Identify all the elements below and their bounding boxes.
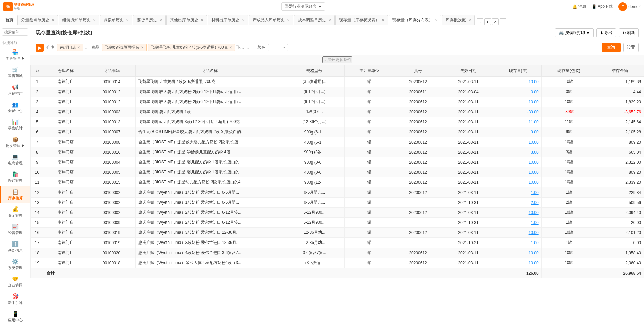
product-more-dots[interactable]: … — [245, 45, 249, 50]
tab-split[interactable]: 分量盘点单历史 ✕ — [17, 15, 58, 25]
row-unit: 罐 — [345, 157, 394, 167]
tab-prev-btn[interactable]: ‹ — [477, 18, 483, 25]
close-icon[interactable]: ✕ — [229, 46, 232, 49]
sidebar-item-guide[interactable]: 🎯 新手引导 — [0, 290, 30, 308]
product-tag-2: 飞鹤星飞帆 儿童奶粉 4段(3-6岁适用) 700克 ✕ — [148, 44, 235, 51]
industry-selector[interactable]: 母婴行业演示账套 ▼ — [281, 2, 325, 11]
filter-expand-btn[interactable]: ▶ — [36, 44, 44, 52]
sidebar-item-inventory[interactable]: 📋 库存核算 — [0, 186, 30, 203]
row-unit: 罐 — [345, 127, 394, 137]
tab-other-out[interactable]: 其他出库单历史 ✕ — [166, 15, 207, 25]
tab-home[interactable]: 首页 — [2, 15, 17, 25]
export-btn[interactable]: ⬇ 导出 — [596, 28, 616, 37]
print-btn[interactable]: 🖨️ 按模板打印 ▼ — [555, 28, 594, 37]
close-icon[interactable]: ✕ — [93, 18, 96, 22]
sidebar-item-enterprise[interactable]: 🤝 企业协同 — [0, 273, 30, 290]
expand-more-bar: ⌄ 展开更多条件 — [30, 55, 644, 65]
tab-cost-adjust[interactable]: 成本调整单历史 ✕ — [294, 15, 335, 25]
row-batch: 20200612 — [394, 228, 442, 238]
search-input[interactable] — [2, 28, 28, 36]
close-icon[interactable]: ✕ — [328, 18, 331, 22]
row-name: 惠氏启赋（Wyeth illuma）3段奶粉 爱尔兰进口 12-36月... — [135, 238, 284, 248]
close-icon[interactable]: ✕ — [201, 18, 203, 22]
sidebar-item-ecommerce[interactable]: 💻 电商管理 — [0, 151, 30, 168]
tab-requisition[interactable]: 要货单历史 ✕ — [133, 15, 166, 25]
close-icon[interactable]: ✕ — [435, 18, 438, 22]
close-icon[interactable]: ✕ — [77, 46, 80, 49]
row-expire: 2021-03-11 — [442, 147, 495, 157]
sidebar-item-apps[interactable]: 📱 应用中心 — [0, 308, 30, 322]
tab-stock-dist[interactable]: 现存量（库存分布表） ✕ — [389, 15, 441, 25]
row-warehouse: 南岸门店 — [44, 147, 88, 157]
row-code: 00100012 — [88, 97, 136, 107]
sidebar-item-wholesale[interactable]: 📦 批发管理 ▶ — [0, 133, 30, 151]
row-warehouse: 南岸门店 — [44, 127, 88, 137]
message-btn[interactable]: 🔔 消息 — [572, 4, 586, 9]
row-warehouse: 南岸门店 — [44, 137, 88, 147]
tab-stock-status[interactable]: 现存量（库存状况表） ✕ — [335, 15, 388, 25]
close-icon[interactable]: ✕ — [468, 18, 471, 22]
close-icon[interactable]: ✕ — [242, 18, 245, 22]
row-no: 17 — [31, 238, 44, 248]
row-batch: 20200612 — [394, 157, 442, 167]
search-btn[interactable]: 查询 — [602, 43, 621, 52]
row-no: 6 — [31, 127, 44, 137]
tab-close-btn[interactable]: ✕ — [492, 18, 499, 25]
warehouse-tags: 南岸门店 ✕ … — [57, 44, 89, 51]
row-amount: 4.44 — [596, 87, 644, 97]
sidebar-item-operations[interactable]: 📈 经营管理 — [0, 221, 30, 238]
tab-batch-ledger[interactable]: 库存批次账 ✕ — [442, 15, 475, 25]
row-no: 5 — [31, 117, 44, 127]
close-icon[interactable]: ✕ — [382, 18, 384, 22]
refresh-btn[interactable]: ↻ 刷新 — [619, 28, 639, 37]
finance-icon: 💰 — [3, 206, 28, 212]
row-spec: 900g (3岁... — [284, 147, 345, 157]
brand-label: 标版 — [14, 7, 34, 10]
stock-table: ⚙ 仓库名称 商品编码 商品名称 规格型号 主计量单位 批号 失效日期 现存量(… — [30, 65, 644, 278]
close-icon[interactable]: ✕ — [126, 18, 129, 22]
row-amount: 509.56 — [596, 198, 644, 208]
settings-icon[interactable]: ⚙ — [35, 69, 39, 73]
tab-product-in[interactable]: 产成品入库单历史 ✕ — [249, 15, 293, 25]
app-download-btn[interactable]: 📱 App下载 — [592, 4, 613, 9]
warehouse-more[interactable]: … — [85, 45, 89, 50]
row-batch: 20200612 — [394, 187, 442, 198]
tab-next-btn[interactable]: › — [484, 18, 491, 25]
sidebar-item-mall[interactable]: 🛒 零售商城 — [0, 64, 30, 81]
close-icon[interactable]: ✕ — [141, 46, 144, 49]
setting-btn[interactable]: 设置 — [623, 43, 639, 52]
sidebar-item-basic[interactable]: ℹ️ 基础信息 — [0, 238, 30, 256]
tab-dismantle[interactable]: 组装拆卸单历史 ✕ — [59, 15, 99, 25]
warehouse-filter-label: 仓库 — [46, 45, 54, 50]
expand-more-btn[interactable]: ⌄ 展开更多条件 — [322, 56, 352, 63]
row-amount: 809.20 — [596, 167, 644, 177]
tab-menu-btn[interactable]: ⊟ — [500, 18, 506, 25]
row-spec: 6-12月900... — [284, 218, 345, 228]
row-name: 惠氏启赋（Wyeth illuma）2段奶粉 爱尔兰进口 6-12月较... — [135, 208, 284, 218]
close-icon[interactable]: ✕ — [52, 18, 54, 22]
sidebar-item-finance[interactable]: 💰 资金管理 — [0, 203, 30, 221]
user-area[interactable]: E demo2 — [618, 2, 641, 11]
sidebar-item-marketing[interactable]: 📢 营销推广 — [0, 81, 30, 99]
close-icon[interactable]: ✕ — [159, 18, 162, 22]
sidebar-item-purchase[interactable]: 🛍️ 采购管理 — [0, 168, 30, 186]
col-batch: 批号 — [394, 65, 442, 77]
tab-allocate[interactable]: 调拨单历史 ✕ — [100, 15, 132, 25]
logo-text: 畅捷通好生意 — [14, 3, 34, 7]
product-more[interactable]: 飞... — [236, 45, 244, 50]
sidebar-item-members[interactable]: 👥 会员中心 — [0, 99, 30, 116]
row-no: 2 — [31, 87, 44, 97]
username: demo2 — [628, 4, 641, 9]
color-select[interactable] — [268, 44, 288, 51]
row-unit: 罐 — [345, 77, 394, 87]
row-no: 12 — [31, 187, 44, 198]
row-qty-pack: 2罐 — [541, 198, 596, 208]
sidebar-item-system[interactable]: ⚙️ 系统管理 — [0, 256, 30, 273]
chevron-down-icon: ▼ — [586, 31, 590, 35]
tab-material-out[interactable]: 材料出库单历史 ✕ — [208, 15, 248, 25]
sidebar-item-stats[interactable]: 📊 零售统计 — [0, 116, 30, 133]
table-row: 8 南岸门店 00100016 合生元（BIOSTIME）派星 学龄前儿童配方奶… — [31, 147, 644, 157]
close-icon[interactable]: ✕ — [287, 18, 290, 22]
home-tab-label: 首页 — [5, 17, 13, 23]
sidebar-item-retail[interactable]: 🏪 零售管理 ▶ — [0, 46, 30, 64]
